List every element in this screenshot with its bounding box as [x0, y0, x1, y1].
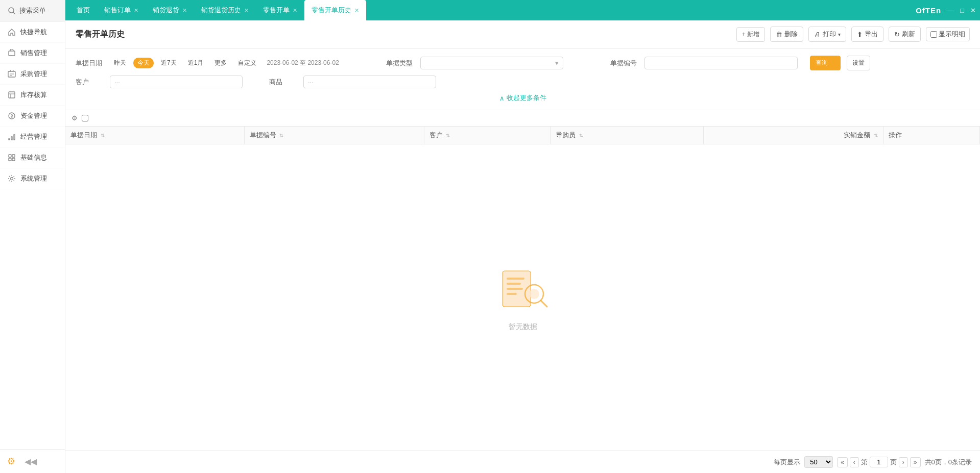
tab-sales-return-history[interactable]: 销货退货历史 ✕ — [194, 0, 256, 20]
first-page-button[interactable]: « — [837, 457, 848, 467]
collapse-filter-button[interactable]: ∧ 收起更多条件 — [499, 93, 546, 103]
toolbar: + 新增 🗑 删除 🖨 打印 ▾ ⬆ 导出 ↻ 刷新 — [736, 27, 970, 42]
tab-home-label: 首页 — [77, 6, 90, 15]
date-opt-today[interactable]: 今天 — [133, 58, 154, 68]
tab-home[interactable]: 首页 — [69, 0, 97, 20]
date-filter-label: 单据日期 — [76, 59, 104, 68]
col-number[interactable]: 单据编号 ⇅ — [244, 127, 424, 144]
svg-rect-2 — [9, 51, 15, 56]
close-tab-sales-return-history[interactable]: ✕ — [244, 7, 249, 14]
col-salesperson[interactable]: 导购员 ⇅ — [551, 127, 704, 144]
date-opt-custom[interactable]: 自定义 — [234, 58, 260, 68]
per-page-select[interactable]: 50 10 20 100 — [804, 456, 833, 468]
sort-salesperson-icon: ⇅ — [579, 133, 583, 138]
number-filter-input[interactable] — [644, 57, 798, 69]
svg-rect-9 — [12, 158, 15, 161]
close-tab-sales-return[interactable]: ✕ — [182, 7, 187, 14]
sidebar-item-sales-mgmt[interactable]: 销售管理 — [0, 43, 65, 64]
table-toolbar: ⚙ — [65, 110, 980, 127]
type-filter-select[interactable]: ▾ — [420, 57, 563, 69]
page-title: 零售开单历史 — [76, 29, 125, 40]
tab-sales-order-label: 销售订单 — [104, 6, 131, 15]
sidebar-item-label: 销售管理 — [20, 48, 47, 58]
product-filter-select[interactable]: ··· — [303, 76, 436, 88]
close-tab-sales-order[interactable]: ✕ — [134, 7, 138, 14]
tab-retail-open-history[interactable]: 零售开单历史 ✕ — [304, 0, 366, 20]
tab-retail-open[interactable]: 零售开单 ✕ — [256, 0, 304, 20]
topbar-brand: OfTEn — [916, 6, 941, 15]
print-button[interactable]: 🖨 打印 ▾ — [808, 27, 846, 42]
svg-point-18 — [529, 289, 539, 299]
sidebar-item-operations[interactable]: 经营管理 — [0, 127, 65, 147]
total-info: 共0页，0条记录 — [925, 458, 972, 467]
sidebar-item-finance[interactable]: 资金管理 — [0, 106, 65, 127]
sidebar-item-quick-nav[interactable]: 快捷导航 — [0, 22, 65, 43]
window-maximize[interactable]: □ — [960, 7, 964, 14]
date-opt-more[interactable]: 更多 — [210, 58, 231, 68]
empty-illustration — [492, 263, 554, 314]
sidebar-item-inventory[interactable]: 库存核算 — [0, 85, 65, 106]
sidebar-item-label: 快捷导航 — [20, 28, 47, 37]
close-tab-retail-open[interactable]: ✕ — [293, 7, 297, 14]
close-tab-retail-open-history[interactable]: ✕ — [354, 7, 359, 14]
svg-rect-12 — [507, 278, 524, 280]
col-date[interactable]: 单据日期 ⇅ — [65, 127, 244, 144]
query-button[interactable]: 查询 — [810, 56, 841, 70]
export-button[interactable]: ⬆ 导出 — [851, 27, 883, 42]
date-opt-7days[interactable]: 近7天 — [157, 58, 181, 68]
sidebar-search[interactable]: 搜索采单 — [0, 0, 65, 22]
export-icon: ⬆ — [857, 31, 863, 38]
settings-bottom-icon[interactable]: ⚙ — [7, 456, 15, 467]
col-customer[interactable]: 客户 ⇅ — [424, 127, 551, 144]
customer-filter-label: 客户 — [76, 78, 104, 87]
svg-point-10 — [11, 178, 13, 180]
tab-sales-return-label: 销货退货 — [153, 6, 179, 15]
pagination: 每页显示 50 10 20 100 « ‹ 第 页 › » 共0页，0条记录 — [65, 451, 980, 473]
sidebar-item-purchase-mgmt[interactable]: 采购管理 — [0, 64, 65, 85]
refresh-button[interactable]: ↻ 刷新 — [889, 27, 921, 42]
delete-button[interactable]: 🗑 删除 — [770, 27, 803, 42]
product-filter-label: 商品 — [269, 78, 297, 87]
topbar: 首页 销售订单 ✕ 销货退货 ✕ 销货退货历史 ✕ 零售开单 ✕ 零售开单历史 … — [65, 0, 980, 20]
window-minimize[interactable]: — — [947, 7, 954, 14]
table-settings-icon[interactable]: ⚙ — [71, 114, 78, 122]
type-select-arrow: ▾ — [555, 59, 559, 67]
last-page-button[interactable]: » — [910, 457, 921, 467]
settings-button[interactable]: 设置 — [847, 56, 870, 70]
sales-icon — [7, 48, 16, 58]
collapse-up-icon: ∧ — [499, 94, 505, 102]
main-area: 首页 销售订单 ✕ 销货退货 ✕ 销货退货历史 ✕ 零售开单 ✕ 零售开单历史 … — [65, 0, 980, 473]
customer-dots: ··· — [114, 78, 120, 86]
table-area: ⚙ 单据日期 ⇅ 单据编号 ⇅ — [65, 110, 980, 473]
sidebar-item-label: 系统管理 — [20, 174, 47, 183]
sidebar-item-system[interactable]: 系统管理 — [0, 168, 65, 189]
display-detail-checkbox[interactable] — [930, 31, 937, 38]
date-opt-yesterday[interactable]: 昨天 — [110, 58, 130, 68]
date-filter-options: 昨天 今天 近7天 近1月 更多 自定义 2023-06-02 至 2023-0… — [110, 58, 339, 68]
window-close[interactable]: ✕ — [970, 7, 976, 14]
sidebar-search-label: 搜索采单 — [19, 6, 46, 15]
sidebar-item-basic-info[interactable]: 基础信息 — [0, 147, 65, 168]
product-dots: ··· — [308, 78, 314, 86]
col-amount[interactable]: 实销金额 ⇅ — [704, 127, 883, 144]
sidebar: 搜索采单 快捷导航 销售管理 采购管理 库存核算 资金管理 经营管理 — [0, 0, 65, 473]
date-opt-1month[interactable]: 近1月 — [184, 58, 208, 68]
display-detail-button[interactable]: 显示明细 — [926, 27, 970, 41]
type-filter-label: 单据类型 — [386, 59, 414, 68]
customer-filter-select[interactable]: ··· — [110, 76, 243, 88]
select-all-checkbox[interactable] — [82, 115, 88, 121]
filter-row-1: 单据日期 昨天 今天 近7天 近1月 更多 自定义 2023-06-02 至 2… — [76, 56, 970, 70]
prev-page-button[interactable]: ‹ — [850, 457, 859, 467]
svg-rect-7 — [12, 155, 15, 157]
tab-sales-return[interactable]: 销货退货 ✕ — [146, 0, 194, 20]
empty-state: 暂无数据 — [65, 144, 980, 451]
add-button[interactable]: + 新增 — [736, 27, 765, 42]
collapse-sidebar-icon[interactable]: ◀◀ — [25, 457, 37, 466]
next-page-button[interactable]: › — [899, 457, 908, 467]
svg-rect-15 — [507, 293, 517, 295]
svg-rect-4 — [9, 92, 15, 98]
sidebar-bottom: ⚙ ◀◀ — [0, 449, 65, 473]
collapse-filter-label: 收起更多条件 — [507, 93, 546, 103]
current-page-input[interactable] — [870, 457, 888, 467]
tab-sales-order[interactable]: 销售订单 ✕ — [97, 0, 146, 20]
